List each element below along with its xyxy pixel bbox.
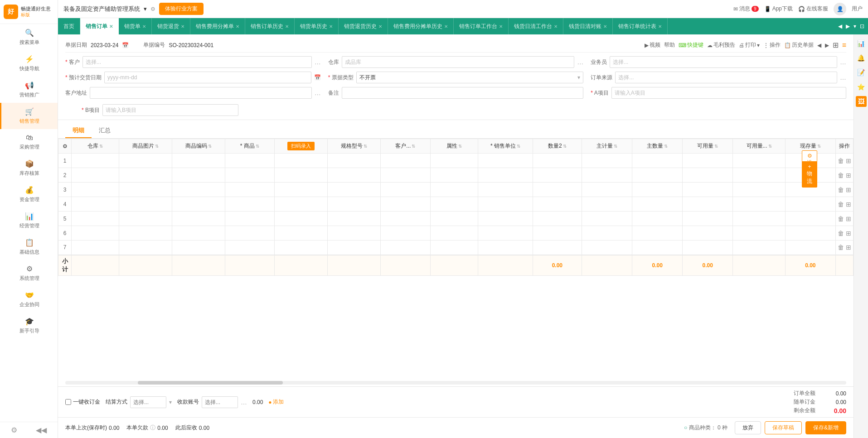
sidebar-item-新手引导[interactable]: 🎓新手引导 (0, 313, 58, 339)
cell-input[interactable] (330, 201, 378, 207)
addr-expand-icon[interactable]: … (315, 89, 321, 96)
cell-qty2[interactable] (533, 241, 582, 255)
cell-input[interactable] (174, 187, 223, 193)
cell-input[interactable] (330, 216, 378, 222)
cell-available2[interactable] (733, 241, 786, 255)
cell-input[interactable] (121, 187, 170, 193)
cell-code[interactable] (172, 212, 225, 226)
cell-main_qty[interactable] (632, 197, 683, 212)
cell-scan[interactable] (274, 168, 327, 183)
cell-warehouse[interactable] (72, 183, 119, 197)
grid-view-icon[interactable]: ⊞ (833, 41, 839, 49)
cell-spec[interactable] (328, 183, 381, 197)
cell-product[interactable] (225, 241, 274, 255)
tab-close-icon[interactable]: ✕ (658, 24, 662, 29)
cell-input[interactable] (227, 158, 272, 164)
cell-main_unit[interactable] (582, 226, 632, 241)
cell-image[interactable] (119, 212, 172, 226)
cell-input[interactable] (787, 216, 834, 222)
cell-warehouse[interactable] (72, 212, 119, 226)
delete-row-icon[interactable]: 🗑 (838, 230, 844, 237)
shortcut-btn[interactable]: ⌨ 快捷键 (679, 41, 703, 49)
cell-input[interactable] (684, 216, 731, 222)
cell-product[interactable] (225, 197, 274, 212)
account-expand-icon[interactable]: … (241, 399, 247, 406)
cell-settings[interactable]: 7 (58, 241, 72, 255)
sidebar-item-库存核算[interactable]: 📦库存核算 (0, 155, 58, 181)
cell-input[interactable] (535, 172, 580, 178)
cell-input[interactable] (174, 230, 223, 236)
sidebar-settings-icon[interactable]: ⚙ (11, 426, 17, 434)
detail-tab-明细[interactable]: 明细 (65, 124, 92, 138)
customer-addr-input[interactable] (90, 87, 312, 99)
cell-available[interactable] (683, 212, 733, 226)
cell-input[interactable] (684, 187, 731, 193)
cell-input[interactable] (330, 172, 378, 178)
cell-customer_code[interactable] (380, 154, 430, 168)
order-source-expand-icon[interactable]: … (840, 74, 846, 81)
customer-expand-icon[interactable]: … (315, 58, 321, 66)
cell-input[interactable] (276, 244, 325, 250)
cell-input[interactable] (121, 172, 170, 178)
cell-input[interactable] (383, 230, 428, 236)
delete-row-icon[interactable]: 🗑 (838, 215, 844, 222)
warehouse-input[interactable] (342, 56, 575, 68)
cell-qty2[interactable] (533, 183, 582, 197)
cell-input[interactable] (684, 244, 731, 250)
tab-销售费用分摊单历史[interactable]: 销售费用分摊单历史✕ (388, 18, 454, 34)
sort-icon[interactable]: ⇅ (256, 144, 259, 149)
cell-input[interactable] (383, 172, 428, 178)
sidebar-item-快捷导航[interactable]: ⚡快捷导航 (0, 50, 58, 77)
tab-钱货日清对账[interactable]: 钱货日清对账✕ (563, 18, 613, 34)
cell-input[interactable] (480, 244, 530, 250)
cell-sales_unit[interactable] (478, 168, 533, 183)
cell-input[interactable] (480, 187, 530, 193)
cell-spec[interactable] (328, 241, 381, 255)
print-btn[interactable]: 🖨 打印 ▾ (739, 41, 760, 49)
operate-btn[interactable]: ⋮ 操作 (763, 41, 781, 49)
cell-main_qty[interactable] (632, 226, 683, 241)
cell-settings[interactable]: 1 (58, 154, 72, 168)
cell-input[interactable] (735, 201, 783, 207)
app-download-btn[interactable]: 📱 App下载 (764, 5, 793, 13)
payment-method-arrow[interactable]: ▾ (169, 399, 172, 405)
cell-input[interactable] (684, 201, 731, 207)
calendar-icon[interactable]: 📅 (122, 42, 129, 48)
cell-sales_unit[interactable] (478, 154, 533, 168)
cell-input[interactable] (584, 201, 630, 207)
sidebar-item-搜索菜单[interactable]: 🔍搜索菜单 (0, 24, 58, 50)
tab-prev-icon[interactable]: ◀ (837, 22, 843, 30)
tab-close-icon[interactable]: ✕ (181, 24, 184, 29)
cell-input[interactable] (584, 230, 630, 236)
cell-settings[interactable]: 6 (58, 226, 72, 241)
cell-input[interactable] (735, 230, 783, 236)
cell-available[interactable] (683, 197, 733, 212)
topbar-gear-icon[interactable]: ⚙ (150, 6, 155, 12)
cell-code[interactable] (172, 241, 225, 255)
cell-input[interactable] (276, 230, 325, 236)
cell-image[interactable] (119, 226, 172, 241)
tab-销售订单历史[interactable]: 销售订单历史✕ (245, 18, 295, 34)
user-label[interactable]: 用户 (852, 5, 863, 13)
sort-icon[interactable]: ⇅ (517, 144, 520, 149)
sidebar-item-系统管理[interactable]: ⚙系统管理 (0, 260, 58, 286)
online-support-btn[interactable]: 🎧 在线客服 (798, 5, 828, 13)
cell-input[interactable] (787, 201, 834, 207)
cell-input[interactable] (383, 216, 428, 222)
account-input[interactable] (202, 396, 238, 408)
cell-input[interactable] (121, 216, 170, 222)
cell-current_stock[interactable] (785, 212, 835, 226)
cell-settings[interactable]: 5 (58, 212, 72, 226)
cell-spec[interactable] (328, 197, 381, 212)
cell-product[interactable] (225, 183, 274, 197)
cell-attribute[interactable] (430, 154, 478, 168)
cell-input[interactable] (432, 230, 476, 236)
prev-nav-icon[interactable]: ◀ (817, 42, 821, 48)
cell-input[interactable] (584, 244, 630, 250)
sidebar-item-销售管理[interactable]: 🛒销售管理 (0, 103, 58, 129)
cell-input[interactable] (227, 201, 272, 207)
detail-tab-汇总[interactable]: 汇总 (92, 124, 118, 138)
cell-product[interactable] (225, 226, 274, 241)
cell-current_stock[interactable] (785, 197, 835, 212)
cell-input[interactable] (73, 230, 117, 236)
